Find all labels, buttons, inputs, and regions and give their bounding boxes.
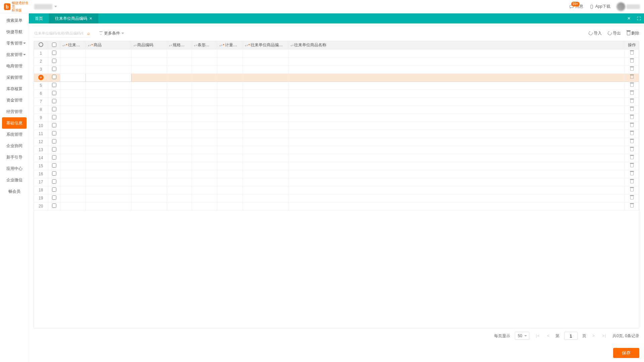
cell[interactable] <box>217 162 243 170</box>
sidebar-item-9[interactable]: 基础信息 <box>2 117 26 129</box>
sidebar-item-11[interactable]: 企业协同 <box>0 140 29 152</box>
cell[interactable] <box>192 73 217 81</box>
cell[interactable] <box>60 194 86 202</box>
cell[interactable] <box>243 146 288 154</box>
cell[interactable] <box>288 106 625 114</box>
row-checkbox[interactable] <box>52 171 56 176</box>
row-checkbox[interactable] <box>52 139 56 143</box>
cell[interactable] <box>167 114 192 122</box>
row-delete-icon[interactable] <box>630 147 634 151</box>
cell[interactable] <box>86 194 131 202</box>
cell[interactable] <box>243 178 288 186</box>
cell[interactable] <box>243 170 288 178</box>
cell[interactable] <box>243 154 288 162</box>
cell[interactable] <box>167 170 192 178</box>
table-row[interactable]: 15 <box>34 162 639 170</box>
cell[interactable] <box>60 65 86 73</box>
app-download-button[interactable]: App下载 <box>589 4 610 9</box>
cell[interactable] <box>217 202 243 210</box>
table-row[interactable]: 8 <box>34 106 639 114</box>
cell[interactable] <box>288 122 625 130</box>
row-checkbox[interactable] <box>52 83 56 87</box>
cell[interactable] <box>86 138 131 146</box>
cell[interactable] <box>217 65 243 73</box>
cell[interactable] <box>192 81 217 89</box>
table-row[interactable]: 6 <box>34 89 639 98</box>
cell[interactable] <box>167 81 192 89</box>
cell[interactable] <box>86 178 131 186</box>
row-delete-icon[interactable] <box>630 91 634 95</box>
cell[interactable] <box>86 130 131 138</box>
cell[interactable] <box>60 89 86 98</box>
cell[interactable] <box>192 114 217 122</box>
row-delete-icon[interactable] <box>630 188 634 191</box>
table-row[interactable]: 10 <box>34 122 639 130</box>
cell[interactable] <box>60 138 86 146</box>
table-row[interactable]: 18 <box>34 186 639 194</box>
sidebar-item-4[interactable]: 电商管理 <box>0 60 29 72</box>
sidebar-item-8[interactable]: 经营管理 <box>0 106 29 117</box>
messages-button[interactable]: 99+ 消息 <box>569 4 583 9</box>
sidebar-item-2[interactable]: 零售管理 <box>0 38 29 49</box>
cell[interactable] <box>131 122 167 130</box>
cell[interactable] <box>86 73 131 81</box>
cell[interactable] <box>86 114 131 122</box>
cell[interactable] <box>131 138 167 146</box>
cell[interactable] <box>131 194 167 202</box>
cell[interactable] <box>217 154 243 162</box>
row-delete-icon[interactable] <box>630 172 634 175</box>
table-row[interactable]: 2 <box>34 57 639 65</box>
cell[interactable] <box>131 81 167 89</box>
table-row[interactable]: 12 <box>34 138 639 146</box>
cell[interactable] <box>288 73 625 81</box>
table-row[interactable]: 7 <box>34 98 639 106</box>
sidebar-item-13[interactable]: 应用中心 <box>0 163 29 174</box>
cell[interactable] <box>86 162 131 170</box>
col-partner-product-code[interactable]: ▴▾•往来单位商品编… <box>243 41 288 49</box>
table-row[interactable]: 13 <box>34 146 639 154</box>
sidebar-item-12[interactable]: 新手引导 <box>0 152 29 163</box>
row-delete-icon[interactable] <box>630 75 634 79</box>
cell[interactable] <box>167 138 192 146</box>
table-row[interactable]: + <box>34 73 639 81</box>
row-checkbox[interactable] <box>52 51 56 55</box>
cell[interactable] <box>288 81 625 89</box>
row-checkbox[interactable] <box>52 131 56 135</box>
cell[interactable] <box>243 114 288 122</box>
cell[interactable] <box>288 114 625 122</box>
cell[interactable] <box>86 106 131 114</box>
cell[interactable] <box>60 114 86 122</box>
cell[interactable] <box>243 98 288 106</box>
cell[interactable] <box>288 162 625 170</box>
cell[interactable] <box>131 106 167 114</box>
cell[interactable] <box>86 49 131 57</box>
cell[interactable] <box>167 146 192 154</box>
cell[interactable] <box>288 130 625 138</box>
cell[interactable] <box>60 122 86 130</box>
cell[interactable] <box>86 89 131 98</box>
cell[interactable] <box>217 106 243 114</box>
user-menu[interactable] <box>616 2 640 11</box>
row-checkbox[interactable] <box>52 107 56 111</box>
cell[interactable] <box>60 106 86 114</box>
cell[interactable] <box>288 57 625 65</box>
cell[interactable] <box>243 130 288 138</box>
cell[interactable] <box>217 89 243 98</box>
table-row[interactable]: 9 <box>34 114 639 122</box>
cell[interactable] <box>131 130 167 138</box>
cell[interactable] <box>131 49 167 57</box>
cell[interactable] <box>192 49 217 57</box>
cell[interactable] <box>192 130 217 138</box>
cell[interactable] <box>60 130 86 138</box>
fullscreen-button[interactable] <box>634 13 644 23</box>
cell[interactable] <box>192 138 217 146</box>
cell[interactable] <box>60 170 86 178</box>
cell[interactable] <box>131 154 167 162</box>
cell[interactable] <box>192 146 217 154</box>
cell[interactable] <box>217 49 243 57</box>
cell[interactable] <box>288 186 625 194</box>
row-checkbox[interactable] <box>52 179 56 184</box>
col-barcode[interactable]: ▴▾条形… <box>192 41 217 49</box>
table-row[interactable]: 5 <box>34 81 639 89</box>
row-checkbox[interactable] <box>52 75 56 79</box>
